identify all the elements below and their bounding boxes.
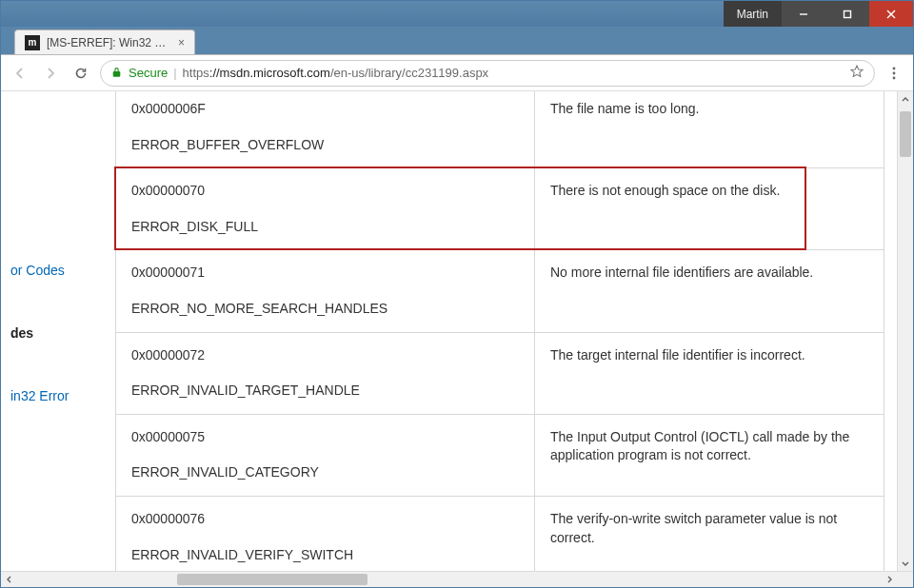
- chevron-left-icon: [5, 575, 14, 584]
- scroll-right-button[interactable]: [881, 572, 897, 588]
- vertical-scrollbar[interactable]: [897, 91, 913, 571]
- url-path: /en-us/library/cc231199.aspx: [330, 66, 488, 80]
- browser-menu-button[interactable]: [883, 62, 905, 85]
- error-description-cell: There is not enough space on the disk.: [535, 168, 884, 250]
- vertical-scroll-track[interactable]: [898, 108, 913, 555]
- sidebar-item-win32-error[interactable]: in32 Error: [10, 388, 96, 403]
- error-code-table: 0x0000006FERROR_BUFFER_OVERFLOWThe file …: [115, 91, 884, 587]
- star-icon: [849, 64, 864, 79]
- maximize-icon: [842, 9, 853, 20]
- window-titlebar[interactable]: Martin: [1, 1, 913, 27]
- minimize-icon: [798, 9, 809, 20]
- close-button[interactable]: [869, 1, 913, 27]
- favicon-icon: m: [25, 35, 40, 50]
- error-code-cell: 0x0000006FERROR_BUFFER_OVERFLOW: [116, 91, 535, 168]
- scrollbar-corner: [897, 572, 913, 588]
- error-code-cell: 0x00000071ERROR_NO_MORE_SEARCH_HANDLES: [116, 250, 535, 332]
- secure-label: Secure: [129, 66, 168, 80]
- url-host: ://msdn.microsoft.com: [209, 66, 330, 80]
- lock-icon: [110, 67, 123, 79]
- sidebar-nav: or Codes des in32 Error: [1, 91, 96, 587]
- table-row: 0x00000070ERROR_DISK_FULLThere is not en…: [116, 168, 884, 250]
- svg-point-5: [893, 71, 896, 74]
- reload-button[interactable]: [70, 62, 92, 85]
- error-code-cell: 0x00000076ERROR_INVALID_VERIFY_SWITCH: [116, 496, 535, 578]
- tab-close-icon[interactable]: ×: [178, 36, 185, 49]
- error-code-cell: 0x00000072ERROR_INVALID_TARGET_HANDLE: [116, 332, 535, 414]
- error-code-cell: 0x00000070ERROR_DISK_FULL: [116, 168, 535, 250]
- error-description-cell: The verify-on-write switch parameter val…: [535, 496, 884, 578]
- error-code: 0x00000071: [131, 264, 519, 283]
- svg-rect-1: [844, 10, 851, 17]
- content-area: or Codes des in32 Error 0x0000006FERROR_…: [1, 91, 913, 587]
- horizontal-scroll-thumb[interactable]: [177, 574, 368, 585]
- table-row: 0x00000071ERROR_NO_MORE_SEARCH_HANDLESNo…: [116, 250, 884, 332]
- chevron-up-icon: [901, 95, 910, 105]
- titlebar-user-label[interactable]: Martin: [724, 1, 782, 27]
- forward-button[interactable]: [39, 62, 62, 85]
- error-code: 0x00000076: [131, 510, 519, 529]
- error-code: 0x0000006F: [131, 100, 519, 119]
- error-code-cell: 0x00000075ERROR_INVALID_CATEGORY: [116, 414, 535, 496]
- url-separator: |: [173, 66, 176, 80]
- close-icon: [885, 9, 897, 20]
- horizontal-scrollbar[interactable]: [1, 571, 913, 587]
- tab-title: [MS-ERREF]: Win32 Error: [47, 36, 170, 49]
- minimize-button[interactable]: [782, 1, 825, 27]
- error-name: ERROR_INVALID_CATEGORY: [131, 463, 519, 482]
- sidebar-item-error-codes[interactable]: or Codes: [10, 263, 96, 278]
- url-scheme: https: [183, 66, 209, 80]
- error-code: 0x00000070: [131, 182, 519, 201]
- error-description-cell: The file name is too long.: [535, 91, 884, 168]
- scroll-up-button[interactable]: [898, 91, 913, 108]
- svg-point-4: [893, 67, 896, 69]
- page-viewport: or Codes des in32 Error 0x0000006FERROR_…: [1, 91, 913, 587]
- chevron-down-icon: [901, 559, 910, 568]
- titlebar-spacer: [1, 1, 724, 27]
- error-description-cell: No more internal file identifiers are av…: [535, 250, 884, 332]
- error-name: ERROR_NO_MORE_SEARCH_HANDLES: [131, 300, 519, 319]
- bookmark-button[interactable]: [849, 64, 864, 82]
- table-row: 0x00000072ERROR_INVALID_TARGET_HANDLEThe…: [116, 332, 884, 414]
- error-name: ERROR_INVALID_TARGET_HANDLE: [131, 382, 519, 401]
- maximize-button[interactable]: [825, 1, 869, 27]
- table-row: 0x0000006FERROR_BUFFER_OVERFLOWThe file …: [116, 91, 884, 168]
- table-row: 0x00000076ERROR_INVALID_VERIFY_SWITCHThe…: [116, 496, 884, 578]
- arrow-right-icon: [43, 66, 58, 81]
- window-frame: Martin m [MS-ERREF]: Win32 Error × Sec: [0, 0, 914, 588]
- browser-toolbar: Secure | https://msdn.microsoft.com/en-u…: [1, 55, 913, 91]
- scroll-left-button[interactable]: [1, 572, 17, 588]
- chevron-right-icon: [884, 575, 894, 584]
- scroll-down-button[interactable]: [898, 555, 913, 571]
- url-text: https://msdn.microsoft.com/en-us/library…: [183, 66, 489, 80]
- error-description-cell: The target internal file identifier is i…: [535, 332, 884, 414]
- error-code: 0x00000072: [131, 346, 519, 365]
- kebab-icon: [886, 66, 902, 81]
- horizontal-scroll-track[interactable]: [17, 572, 881, 587]
- sidebar-item-codes: des: [10, 325, 96, 341]
- error-name: ERROR_BUFFER_OVERFLOW: [131, 136, 519, 155]
- table-row: 0x00000075ERROR_INVALID_CATEGORYThe Inpu…: [116, 414, 884, 496]
- vertical-scroll-thumb[interactable]: [900, 111, 911, 157]
- address-bar[interactable]: Secure | https://msdn.microsoft.com/en-u…: [100, 60, 875, 87]
- error-name: ERROR_DISK_FULL: [131, 218, 519, 237]
- main-content: 0x0000006FERROR_BUFFER_OVERFLOWThe file …: [96, 91, 913, 587]
- svg-point-6: [893, 76, 896, 79]
- back-button[interactable]: [9, 62, 31, 85]
- browser-tab[interactable]: m [MS-ERREF]: Win32 Error ×: [14, 29, 195, 54]
- reload-icon: [73, 66, 89, 81]
- error-description-cell: The Input Output Control (IOCTL) call ma…: [535, 414, 884, 496]
- tab-strip: m [MS-ERREF]: Win32 Error ×: [1, 27, 913, 55]
- error-code: 0x00000075: [131, 428, 519, 447]
- arrow-left-icon: [12, 66, 28, 81]
- error-name: ERROR_INVALID_VERIFY_SWITCH: [131, 546, 519, 565]
